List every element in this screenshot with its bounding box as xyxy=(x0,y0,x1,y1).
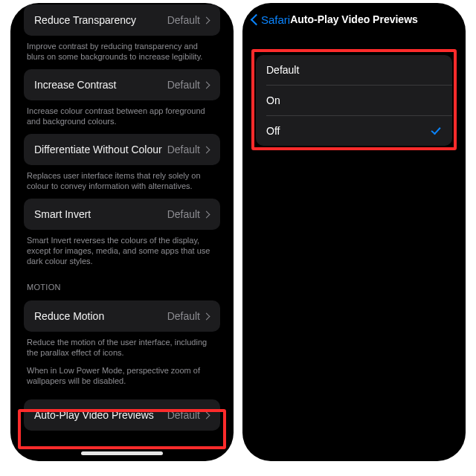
chevron-right-icon xyxy=(205,312,210,321)
chevron-right-icon xyxy=(205,145,210,154)
row-reduce-motion[interactable]: Reduce Motion Default xyxy=(24,300,220,332)
row-value: Default xyxy=(167,14,200,26)
option-off[interactable]: Off xyxy=(256,116,452,146)
option-group: Default On Off xyxy=(256,55,452,146)
row-footnote: Increase colour contrast between app for… xyxy=(24,100,220,126)
row-value: Default xyxy=(167,310,200,322)
row-label: Auto-Play Video Previews xyxy=(34,409,167,421)
option-label: On xyxy=(266,94,442,106)
row-value: Default xyxy=(167,409,200,421)
row-value: Default xyxy=(167,144,200,155)
option-on[interactable]: On xyxy=(256,86,452,115)
chevron-right-icon xyxy=(205,80,210,89)
settings-screen: Reduce Transparency Default Improve cont… xyxy=(10,3,234,461)
row-smart-invert[interactable]: Smart Invert Default xyxy=(24,199,220,230)
auto-play-detail-screen: Safari Auto-Play Video Previews Default … xyxy=(242,3,466,461)
chevron-right-icon xyxy=(205,16,210,25)
section-header-motion: MOTION xyxy=(24,266,220,293)
row-auto-play-video-previews[interactable]: Auto-Play Video Previews Default xyxy=(24,399,220,431)
row-footnote: When in Low Power Mode, perspective zoom… xyxy=(24,358,220,386)
option-label: Default xyxy=(266,64,442,76)
checkmark-icon xyxy=(430,125,442,137)
row-label: Smart Invert xyxy=(34,208,167,220)
chevron-right-icon xyxy=(205,210,210,219)
navbar: Safari Auto-Play Video Previews xyxy=(242,3,466,36)
row-differentiate-without-colour[interactable]: Differentiate Without Colour Default xyxy=(24,134,220,165)
row-value: Default xyxy=(167,208,200,220)
row-increase-contrast[interactable]: Increase Contrast Default xyxy=(24,69,220,100)
row-footnote: Improve contrast by reducing transparenc… xyxy=(24,36,220,62)
option-label: Off xyxy=(266,125,430,137)
row-footnote: Smart Invert reverses the colours of the… xyxy=(24,230,220,266)
row-footnote: Replaces user interface items that rely … xyxy=(24,165,220,191)
row-footnote: Reduce the motion of the user interface,… xyxy=(24,332,220,358)
home-indicator xyxy=(81,451,163,455)
chevron-right-icon xyxy=(205,411,210,419)
row-label: Differentiate Without Colour xyxy=(34,144,167,155)
row-label: Increase Contrast xyxy=(34,79,167,91)
row-label: Reduce Transparency xyxy=(34,14,167,26)
back-button[interactable]: Safari xyxy=(261,13,290,26)
chevron-left-icon[interactable] xyxy=(250,13,258,26)
row-label: Reduce Motion xyxy=(34,310,167,322)
row-value: Default xyxy=(167,79,200,91)
row-reduce-transparency[interactable]: Reduce Transparency Default xyxy=(24,4,220,36)
option-default[interactable]: Default xyxy=(256,55,452,85)
